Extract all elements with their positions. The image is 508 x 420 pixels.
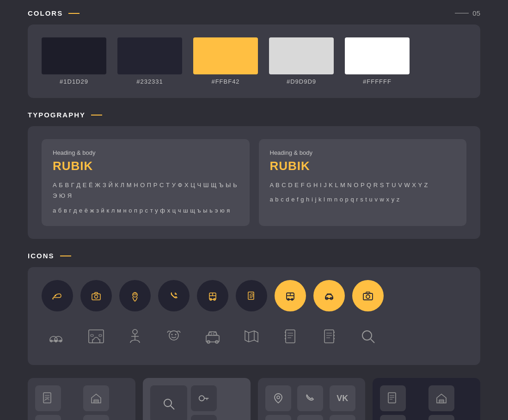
svg-point-81 [199,396,204,401]
typography-label: TYPOGRAPHY [28,111,86,119]
color-box-4 [269,37,334,74]
typography-card: Heading & body RUBIK А Б В Г Д Е Ё Ж З Й… [28,126,480,239]
color-box-2 [117,37,182,74]
colors-underline [68,13,80,14]
camera-yellow-icon [360,287,376,304]
color-swatch-1: #1D1D29 [42,37,106,85]
contact-grid: VK [265,385,358,420]
document-car-icon [243,287,260,304]
svg-line-80 [171,406,174,409]
car-yellow-icon [321,287,337,304]
key-btn-2[interactable] [191,415,217,420]
search-key-row1 [150,385,243,420]
typo-label-left: Heading & body [53,149,239,156]
typography-section-header: TYPOGRAPHY [28,111,480,119]
app-icon-cell-document-dark [380,385,406,411]
typo-lower-latin: a b c d e f g h i j k l m n o p q r s t … [270,194,456,205]
key-btn-1[interactable] [191,385,217,411]
typo-card-latin: Heading & body RUBIK A B C D E F G H I J… [259,139,467,226]
svg-point-36 [133,329,137,334]
icons-secondary-row [42,321,466,352]
icon-circle-phone [158,280,190,311]
typo-upper-latin: A B C D E F G H I J K L M N O P Q R S T … [270,180,456,190]
car-key-icon [49,287,66,304]
notebook-flat-icon [280,326,300,347]
contact-whatsapp-btn[interactable] [265,415,291,420]
typo-card-cyrillic: Heading & body RUBIK А Б В Г Д Е Ё Ж З Й… [42,139,250,226]
color-label-4: #D9D9D9 [287,78,316,85]
icons-main-row [42,280,466,311]
icons-title: ICONS [28,252,71,260]
app-icon-cell-tow-dark [380,415,406,420]
contact-vk-btn[interactable]: VK [330,385,355,411]
svg-rect-25 [363,293,373,300]
vk-icon: VK [337,394,348,403]
color-swatch-5: #FFFFFF [345,37,410,85]
svg-point-14 [244,288,259,304]
colors-title: COLORS [28,9,80,17]
contact-email-btn[interactable] [297,415,323,420]
typography-underline [91,115,102,116]
typo-upper-cyrillic: А Б В Г Д Е Ё Ж З Й К Л М Н О П Р С Т У … [53,180,239,201]
color-swatch-3: #FFBF42 [193,37,258,85]
app-icon-cell-garage [83,385,109,411]
icon-circle-camera [80,280,112,311]
contact-instagram-btn[interactable] [330,415,355,420]
app-icon-card-dark [373,378,480,420]
contact-phone-btn[interactable] [297,385,323,411]
app-icon-grid-1 [35,385,128,420]
document-dark-icon [386,391,400,405]
page-number-value: 05 [472,9,480,17]
search-btn[interactable] [150,385,187,420]
colors-row: #1D1D29 #232331 #FFBF42 #D9D9D9 #FFFFFF [42,37,466,85]
svg-point-40 [171,334,173,335]
app-icon-card-services [28,378,135,420]
svg-rect-94 [388,393,396,403]
face-flat-icon [164,326,184,347]
icons-section-header: ICONS [28,252,480,260]
icon-flat-notebook2 [313,321,345,352]
svg-rect-50 [286,330,295,343]
car-front-flat-icon [202,326,223,347]
bus-icon [204,287,221,304]
key-icon-1 [197,392,210,405]
svg-rect-66 [43,393,51,403]
color-box-3 [193,37,258,74]
phone-call-icon [304,392,317,405]
icon-circle-car-yellow [313,280,345,311]
icon-circle-car-key [42,280,73,311]
icons-card [28,267,480,365]
svg-rect-35 [99,335,102,336]
typography-title: TYPOGRAPHY [28,111,102,119]
colors-section-header: COLORS 05 [28,9,480,17]
svg-rect-34 [91,335,93,336]
app-icon-grid-dark [380,385,473,420]
svg-rect-57 [324,330,334,343]
color-box-5 [345,37,410,74]
typography-grid: Heading & body RUBIK А Б В Г Д Е Ё Ж З Й… [42,139,466,226]
person-flat-icon [125,326,145,347]
icon-circle-document-car [236,280,267,311]
color-label-5: #FFFFFF [363,78,392,85]
colors-card: #1D1D29 #232331 #FFBF42 #D9D9D9 #FFFFFF [28,24,480,98]
svg-point-7 [166,288,182,304]
svg-point-1 [55,295,56,297]
color-label-3: #FFBF42 [211,78,239,85]
svg-point-0 [49,288,65,304]
color-label-2: #232331 [136,78,163,85]
svg-rect-44 [214,333,216,335]
cars-flat-icon [47,326,67,347]
app-icon-cell-garage-dark [428,385,454,411]
document-icon [41,391,55,405]
icons-underline [60,256,71,256]
contact-location-btn[interactable] [265,385,291,411]
icon-circle-camera-yellow [352,280,384,311]
svg-rect-42 [206,335,219,342]
color-swatch-2: #232331 [117,37,182,85]
app-icon-cell-wrench [83,415,109,420]
svg-point-64 [362,331,372,340]
bus-yellow-icon [282,287,299,304]
svg-rect-43 [209,333,212,335]
garage-dark-icon [435,391,448,405]
search-btn-icon [160,396,177,412]
